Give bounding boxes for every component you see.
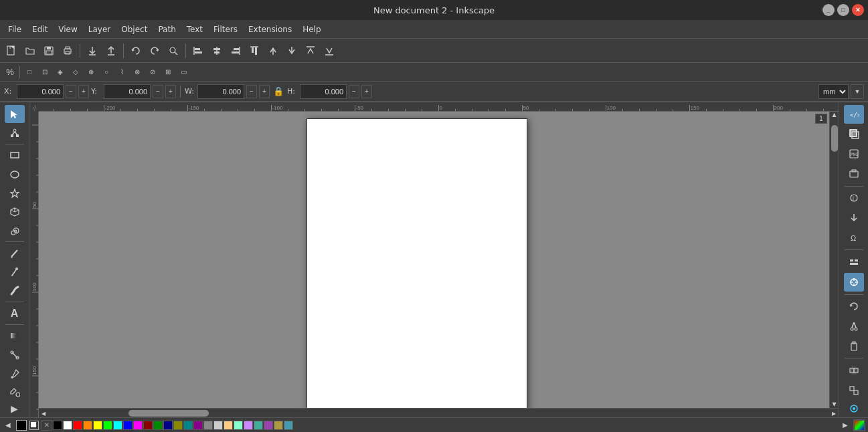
calligraphy-tool[interactable] — [5, 282, 25, 300]
lock-proportions-icon[interactable]: 🔒 — [272, 85, 285, 98]
xml-editor-button[interactable]: </> — [844, 105, 864, 124]
scrollbar-vertical[interactable]: ▲ ▼ — [829, 112, 839, 408]
y-minus[interactable]: − — [153, 85, 163, 98]
w-minus[interactable]: − — [246, 85, 257, 98]
paste-panel-button[interactable] — [844, 337, 864, 356]
star-tool[interactable] — [5, 184, 25, 202]
lower-button[interactable] — [283, 42, 300, 60]
node-editor-tool[interactable] — [5, 124, 25, 142]
menu-view[interactable]: View — [53, 23, 82, 36]
redo-button[interactable] — [146, 42, 163, 60]
menu-text[interactable]: Text — [181, 23, 208, 36]
color-swatch-olive[interactable] — [173, 421, 183, 430]
snap-node[interactable]: ◈ — [53, 65, 68, 80]
menu-layer[interactable]: Layer — [83, 23, 116, 36]
color-swatch-lightgray[interactable] — [213, 421, 223, 430]
menu-help[interactable]: Help — [297, 23, 326, 36]
object-props-button[interactable]: i — [844, 189, 864, 207]
group-button[interactable] — [844, 361, 864, 380]
menu-path[interactable]: Path — [153, 23, 181, 36]
export-png-button[interactable]: PNG — [844, 144, 864, 163]
pen-tool[interactable] — [5, 263, 25, 281]
spiral-tool[interactable] — [5, 221, 25, 239]
color-swatch-lavender[interactable] — [244, 421, 253, 430]
gradient-tool[interactable] — [5, 327, 25, 345]
maximize-button[interactable]: □ — [837, 4, 849, 16]
rectangle-tool[interactable] — [5, 146, 25, 165]
color-swatch-blue[interactable] — [123, 421, 133, 430]
align-right-button[interactable] — [227, 42, 244, 60]
dropper-tool[interactable] — [5, 364, 25, 383]
snap-smooth[interactable]: ○ — [99, 65, 114, 80]
raise-button[interactable] — [264, 42, 282, 60]
scroll-thumb-v[interactable] — [831, 125, 838, 152]
symbols-button[interactable]: Ω — [844, 229, 864, 247]
close-button[interactable]: ✕ — [852, 4, 864, 16]
snap-path[interactable]: ⌇ — [114, 65, 129, 80]
scroll-up-arrow[interactable]: ▲ — [831, 112, 838, 118]
raise-top-button[interactable] — [302, 42, 319, 60]
fill-color-indicator[interactable] — [16, 420, 27, 431]
undo-button[interactable] — [127, 42, 145, 60]
expand-toolbox[interactable]: ▶ — [5, 403, 25, 415]
no-color-swatch[interactable]: ✕ — [41, 420, 52, 431]
color-swatch-tan[interactable] — [274, 421, 283, 430]
open-document-button[interactable] — [21, 42, 39, 60]
unit-select[interactable]: mm px cm in pt — [818, 84, 849, 99]
snap-guide[interactable]: ⊘ — [145, 65, 160, 80]
fill-stroke-button[interactable] — [844, 125, 864, 144]
print-button[interactable] — [59, 42, 76, 60]
h-minus[interactable]: − — [349, 85, 359, 98]
color-swatch-green[interactable] — [103, 421, 112, 430]
snap-intersect[interactable]: ⊗ — [130, 65, 145, 80]
stroke-color-indicator[interactable] — [29, 421, 39, 430]
color-swatch-magenta[interactable] — [133, 421, 143, 430]
w-input[interactable] — [197, 84, 244, 99]
snap-toggle[interactable]: % — [3, 65, 17, 80]
connector-tool[interactable] — [5, 346, 25, 364]
undo-history-button[interactable] — [844, 298, 864, 316]
color-swatch-darkred[interactable] — [143, 421, 153, 430]
import-panel-button[interactable] — [844, 209, 864, 227]
save-document-button[interactable] — [40, 42, 58, 60]
selector-tool[interactable] — [5, 105, 25, 123]
scroll-right-arrow[interactable]: ▶ — [829, 409, 839, 417]
menu-filters[interactable]: Filters — [208, 23, 243, 36]
expand-right-button[interactable]: ▶ — [840, 420, 851, 431]
align-left-button[interactable] — [189, 42, 207, 60]
snap-page[interactable]: ▭ — [176, 65, 191, 80]
snap-bbox[interactable]: □ — [22, 65, 37, 80]
color-swatch-orange[interactable] — [83, 421, 92, 430]
new-document-button[interactable] — [3, 42, 20, 60]
color-wheel-icon[interactable] — [853, 419, 865, 431]
cut-panel-button[interactable] — [844, 317, 864, 336]
snap-center[interactable]: ⊕ — [84, 65, 98, 80]
text-tool[interactable]: A — [5, 304, 25, 322]
color-swatch-black[interactable] — [53, 421, 62, 430]
w-plus[interactable]: + — [259, 85, 270, 98]
h-plus[interactable]: + — [361, 85, 372, 98]
color-swatch-cyan[interactable] — [113, 421, 122, 430]
print-preview-button[interactable] — [844, 165, 864, 183]
color-swatch-mint[interactable] — [234, 421, 243, 430]
align-center-button[interactable] — [208, 42, 226, 60]
scroll-thumb-h[interactable] — [128, 410, 209, 417]
color-swatch-darkgreen[interactable] — [153, 421, 163, 430]
y-plus[interactable]: + — [165, 85, 176, 98]
h-input[interactable] — [300, 84, 347, 99]
zoom-icon[interactable] — [165, 42, 182, 60]
color-swatch-purple[interactable] — [193, 421, 203, 430]
3dbox-tool[interactable] — [5, 203, 25, 221]
x-minus[interactable]: − — [66, 85, 76, 98]
color-swatch-yellow[interactable] — [93, 421, 102, 430]
color-swatch-seafoam[interactable] — [254, 421, 263, 430]
color-swatch-teal[interactable] — [183, 421, 193, 430]
snap-controls-button[interactable] — [844, 273, 864, 292]
scrollbar-horizontal[interactable] — [48, 409, 829, 417]
export-button[interactable] — [102, 42, 120, 60]
expand-left-button[interactable]: ◀ — [3, 420, 13, 431]
color-button[interactable] — [844, 403, 864, 415]
menu-file[interactable]: File — [3, 23, 27, 36]
menu-edit[interactable]: Edit — [27, 23, 53, 36]
x-input[interactable] — [17, 84, 64, 99]
